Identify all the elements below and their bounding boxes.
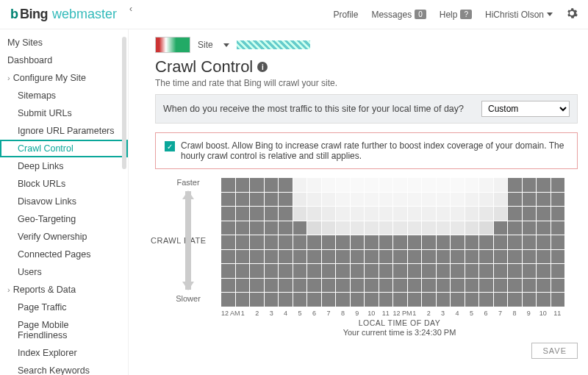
sidebar-item-users[interactable]: Users xyxy=(0,263,128,281)
heatmap-cell[interactable] xyxy=(379,221,393,235)
heatmap-cell[interactable] xyxy=(293,250,307,264)
heatmap-cell[interactable] xyxy=(537,207,551,221)
heatmap-cell[interactable] xyxy=(465,293,479,307)
heatmap-cell[interactable] xyxy=(465,250,479,264)
heatmap-cell[interactable] xyxy=(379,279,393,293)
heatmap-cell[interactable] xyxy=(508,193,522,207)
sidebar-group-reports[interactable]: Reports & Data xyxy=(0,281,128,299)
heatmap-cell[interactable] xyxy=(265,279,279,293)
heatmap-cell[interactable] xyxy=(393,193,407,207)
heatmap-cell[interactable] xyxy=(351,193,365,207)
heatmap-cell[interactable] xyxy=(307,279,321,293)
heatmap-cell[interactable] xyxy=(393,279,407,293)
heatmap-cell[interactable] xyxy=(393,178,407,192)
sidebar-item-search-keywords[interactable]: Search Keywords xyxy=(0,362,128,375)
heatmap-cell[interactable] xyxy=(293,264,307,278)
heatmap-cell[interactable] xyxy=(494,235,508,249)
heatmap-cell[interactable] xyxy=(236,250,250,264)
heatmap-cell[interactable] xyxy=(265,250,279,264)
sidebar-group-configure[interactable]: Configure My Site xyxy=(0,69,128,87)
heatmap-cell[interactable] xyxy=(537,279,551,293)
heatmap-cell[interactable] xyxy=(508,221,522,235)
heatmap-cell[interactable] xyxy=(265,264,279,278)
heatmap-cell[interactable] xyxy=(523,250,537,264)
heatmap-cell[interactable] xyxy=(221,279,235,293)
heatmap-cell[interactable] xyxy=(523,193,537,207)
heatmap-cell[interactable] xyxy=(279,250,293,264)
heatmap-cell[interactable] xyxy=(293,178,307,192)
heatmap-cell[interactable] xyxy=(393,235,407,249)
heatmap-cell[interactable] xyxy=(250,207,264,221)
heatmap-cell[interactable] xyxy=(494,178,508,192)
heatmap-cell[interactable] xyxy=(322,221,336,235)
heatmap-cell[interactable] xyxy=(494,207,508,221)
heatmap-cell[interactable] xyxy=(508,178,522,192)
heatmap-cell[interactable] xyxy=(494,250,508,264)
heatmap-cell[interactable] xyxy=(351,279,365,293)
heatmap-cell[interactable] xyxy=(336,193,350,207)
heatmap-cell[interactable] xyxy=(250,293,264,307)
heatmap-cell[interactable] xyxy=(451,279,465,293)
heatmap-cell[interactable] xyxy=(451,293,465,307)
heatmap-cell[interactable] xyxy=(494,193,508,207)
heatmap-cell[interactable] xyxy=(307,235,321,249)
heatmap-cell[interactable] xyxy=(523,293,537,307)
sidebar-item-sitemaps[interactable]: Sitemaps xyxy=(0,87,128,104)
heatmap-cell[interactable] xyxy=(250,193,264,207)
heatmap-cell[interactable] xyxy=(537,264,551,278)
heatmap-cell[interactable] xyxy=(307,207,321,221)
heatmap-cell[interactable] xyxy=(451,207,465,221)
heatmap-cell[interactable] xyxy=(236,235,250,249)
heatmap-cell[interactable] xyxy=(250,279,264,293)
heatmap-cell[interactable] xyxy=(365,207,379,221)
logo[interactable]: b Bing webmaster xyxy=(10,7,117,22)
heatmap-cell[interactable] xyxy=(221,193,235,207)
sidebar-collapse-icon[interactable]: ‹ xyxy=(129,4,132,14)
heatmap-cell[interactable] xyxy=(336,235,350,249)
heatmap-cell[interactable] xyxy=(307,293,321,307)
heatmap-cell[interactable] xyxy=(351,264,365,278)
heatmap-cell[interactable] xyxy=(465,207,479,221)
sidebar-item-block-urls[interactable]: Block URLs xyxy=(0,175,128,193)
heatmap-cell[interactable] xyxy=(437,193,451,207)
heatmap-cell[interactable] xyxy=(393,264,407,278)
nav-profile[interactable]: Profile xyxy=(333,10,358,20)
heatmap-cell[interactable] xyxy=(322,193,336,207)
heatmap-cell[interactable] xyxy=(422,178,436,192)
heatmap-cell[interactable] xyxy=(422,207,436,221)
heatmap-cell[interactable] xyxy=(479,193,493,207)
heatmap-cell[interactable] xyxy=(279,279,293,293)
heatmap-cell[interactable] xyxy=(408,221,422,235)
heatmap-cell[interactable] xyxy=(379,178,393,192)
settings-button[interactable] xyxy=(566,7,578,21)
heatmap-cell[interactable] xyxy=(293,235,307,249)
heatmap-cell[interactable] xyxy=(221,178,235,192)
heatmap-cell[interactable] xyxy=(351,250,365,264)
heatmap-cell[interactable] xyxy=(437,207,451,221)
heatmap-cell[interactable] xyxy=(537,193,551,207)
heatmap-cell[interactable] xyxy=(293,207,307,221)
heatmap-cell[interactable] xyxy=(365,279,379,293)
crawl-rate-heatmap[interactable] xyxy=(221,178,578,307)
heatmap-cell[interactable] xyxy=(236,193,250,207)
heatmap-cell[interactable] xyxy=(523,279,537,293)
heatmap-cell[interactable] xyxy=(322,178,336,192)
heatmap-cell[interactable] xyxy=(250,250,264,264)
heatmap-cell[interactable] xyxy=(250,221,264,235)
heatmap-cell[interactable] xyxy=(437,279,451,293)
heatmap-cell[interactable] xyxy=(494,221,508,235)
sidebar-item-verify-ownership[interactable]: Verify Ownership xyxy=(0,228,128,246)
heatmap-cell[interactable] xyxy=(336,279,350,293)
heatmap-cell[interactable] xyxy=(551,279,565,293)
heatmap-cell[interactable] xyxy=(393,293,407,307)
heatmap-cell[interactable] xyxy=(422,193,436,207)
heatmap-cell[interactable] xyxy=(551,207,565,221)
heatmap-cell[interactable] xyxy=(451,178,465,192)
heatmap-cell[interactable] xyxy=(236,221,250,235)
heatmap-cell[interactable] xyxy=(379,293,393,307)
heatmap-cell[interactable] xyxy=(221,264,235,278)
heatmap-cell[interactable] xyxy=(465,221,479,235)
heatmap-cell[interactable] xyxy=(250,178,264,192)
sidebar-item-dashboard[interactable]: Dashboard xyxy=(0,51,128,69)
heatmap-cell[interactable] xyxy=(265,193,279,207)
